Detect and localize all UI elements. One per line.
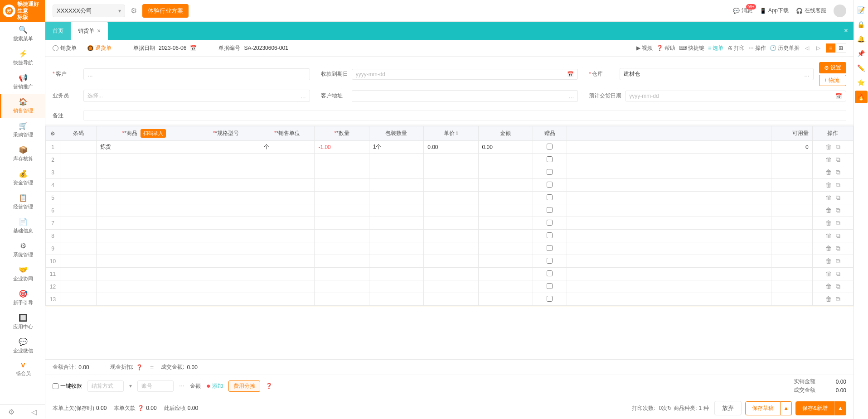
row-gift[interactable] [533, 192, 567, 204]
row-price[interactable] [424, 242, 478, 255]
row-amount[interactable] [478, 204, 533, 217]
row-amount[interactable] [478, 230, 533, 242]
row-qty[interactable] [315, 217, 369, 230]
row-product[interactable] [97, 166, 192, 179]
save-draft-button[interactable]: 保存草稿 [745, 401, 781, 415]
row-spec[interactable] [192, 255, 260, 268]
settings-button[interactable]: ⚙ 设置 [819, 62, 846, 73]
delete-row-btn[interactable]: 🗑 [824, 156, 833, 163]
cash-discount-help-icon[interactable]: ❓ [136, 364, 143, 371]
copy-row-btn[interactable]: ⧉ [834, 219, 842, 226]
delivery-calendar-icon[interactable]: 📅 [835, 93, 842, 99]
row-unit[interactable] [260, 268, 315, 280]
doc-type-return[interactable]: 退货单 [87, 44, 112, 52]
sidebar-item-basics[interactable]: 📄 基础信息 [0, 214, 45, 238]
row-qty[interactable] [315, 166, 369, 179]
row-barcode[interactable] [60, 166, 97, 179]
row-barcode[interactable] [60, 255, 97, 268]
table-wrapper[interactable]: ⚙ 条码 **商品 扫码录入 **规格型号 [45, 126, 853, 307]
save-new-button[interactable]: 保存&新增 [795, 401, 834, 415]
row-spec[interactable] [192, 179, 260, 192]
row-spec[interactable] [192, 230, 260, 242]
row-amount[interactable] [478, 217, 533, 230]
row-amount[interactable] [478, 242, 533, 255]
right-panel-edit[interactable]: ✏️ [855, 62, 868, 74]
row-price[interactable] [424, 166, 478, 179]
row-product[interactable] [97, 268, 192, 280]
copy-row-btn[interactable]: ⧉ [834, 169, 842, 176]
sidebar-item-operations[interactable]: 📋 经营管理 [0, 190, 45, 214]
row-barcode[interactable] [60, 204, 97, 217]
row-product[interactable] [97, 293, 192, 306]
row-pkg-qty[interactable] [369, 230, 423, 242]
row-pkg-qty[interactable] [369, 268, 423, 280]
right-panel-note[interactable]: 📝 [855, 4, 868, 16]
row-qty[interactable] [315, 230, 369, 242]
tab-bar-close-icon[interactable]: × [844, 27, 853, 35]
sidebar-item-inventory[interactable]: 📦 库存核算 [0, 142, 45, 166]
gift-checkbox[interactable] [547, 156, 553, 162]
delete-row-btn[interactable]: 🗑 [824, 295, 833, 303]
row-spec[interactable] [192, 293, 260, 306]
row-amount[interactable] [478, 280, 533, 293]
row-pkg-qty[interactable] [369, 280, 423, 293]
row-pkg-qty[interactable] [369, 192, 423, 204]
customer-addr-input[interactable]: ... [352, 90, 578, 102]
right-panel-notification[interactable]: 🔔 [855, 33, 868, 45]
delete-row-btn[interactable]: 🗑 [824, 194, 833, 201]
sidebar-item-apps[interactable]: 🔲 应用中心 [0, 310, 45, 334]
total-owed-help-icon[interactable]: ❓ [137, 405, 144, 411]
sidebar-collapse-icon[interactable]: ◁ [31, 408, 37, 416]
row-gift[interactable] [533, 280, 567, 293]
copy-row-btn[interactable]: ⧉ [834, 257, 842, 265]
delete-row-btn[interactable]: 🗑 [824, 181, 833, 188]
copy-row-btn[interactable]: ⧉ [834, 181, 842, 188]
copy-row-btn[interactable]: ⧉ [834, 232, 842, 239]
row-gift[interactable] [533, 242, 567, 255]
row-amount[interactable]: 0.00 [478, 141, 533, 154]
row-price[interactable] [424, 204, 478, 217]
filter-action[interactable]: ≡ 选单 [708, 44, 723, 52]
gift-checkbox[interactable] [547, 232, 553, 238]
row-price[interactable] [424, 268, 478, 280]
account-input[interactable]: 账号 [137, 380, 174, 392]
sidebar-item-search[interactable]: 🔍 搜索菜单 [0, 22, 45, 46]
sidebar-item-guide[interactable]: 🎯 新手引导 [0, 286, 45, 310]
row-qty[interactable] [315, 280, 369, 293]
sidebar-item-quicknav[interactable]: ⚡ 快捷导航 [0, 46, 45, 70]
sidebar-item-finance[interactable]: 💰 资金管理 [0, 166, 45, 190]
row-pkg-qty[interactable] [369, 255, 423, 268]
row-qty[interactable] [315, 255, 369, 268]
row-spec[interactable] [192, 217, 260, 230]
save-draft-caret[interactable]: ▲ [781, 401, 792, 415]
row-qty[interactable] [315, 242, 369, 255]
row-pkg-qty[interactable] [369, 154, 423, 166]
row-gift[interactable] [533, 166, 567, 179]
row-price[interactable]: 0.00 [424, 141, 478, 154]
warehouse-input[interactable]: 建材仓 ... [620, 68, 814, 80]
row-spec[interactable] [192, 192, 260, 204]
sidebar-item-member[interactable]: V 畅会员 [0, 358, 45, 380]
row-qty[interactable] [315, 293, 369, 306]
save-new-caret[interactable]: ▲ [834, 401, 846, 415]
row-price[interactable] [424, 255, 478, 268]
row-unit[interactable] [260, 204, 315, 217]
row-unit[interactable] [260, 230, 315, 242]
help-action[interactable]: ❓ 帮助 [656, 44, 675, 52]
row-gift[interactable] [533, 204, 567, 217]
copy-row-btn[interactable]: ⧉ [834, 295, 842, 303]
delete-row-btn[interactable]: 🗑 [824, 283, 833, 290]
row-barcode[interactable] [60, 154, 97, 166]
row-product[interactable]: 拣货 [97, 141, 192, 154]
row-product[interactable] [97, 154, 192, 166]
row-gift[interactable] [533, 217, 567, 230]
row-price[interactable] [424, 280, 478, 293]
row-gift[interactable] [533, 141, 567, 154]
company-selector[interactable]: XXXXXX公司 ▾ [53, 5, 125, 17]
refresh-icon[interactable]: ↻ [667, 405, 672, 411]
row-barcode[interactable] [60, 280, 97, 293]
row-amount[interactable] [478, 166, 533, 179]
row-product[interactable] [97, 217, 192, 230]
row-qty[interactable] [315, 268, 369, 280]
row-spec[interactable] [192, 280, 260, 293]
